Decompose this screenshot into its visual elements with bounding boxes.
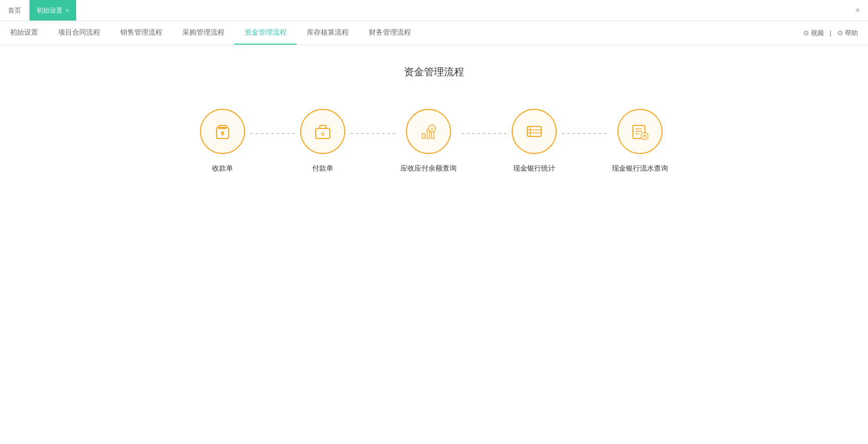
nav-label-initial-setup: 初始设置 (10, 28, 38, 37)
flow-icon-cash-bank-flow-circle (617, 109, 663, 154)
flow-item-payment[interactable]: ¥ 付款单 (300, 109, 345, 173)
svg-rect-8 (431, 131, 434, 138)
connector-2 (345, 133, 400, 149)
video-icon: ⊙ (803, 29, 809, 37)
connector-4 (557, 133, 612, 149)
nav-item-capital-management[interactable]: 资金管理流程 (235, 21, 297, 45)
nav-label-inventory-accounting: 库存核算流程 (307, 28, 349, 37)
cash-bank-flow-icon (629, 120, 651, 142)
flow-label-receipt: 收款单 (212, 164, 233, 173)
flow-item-balance-query[interactable]: ¥ 应收应付余额查询 (400, 109, 457, 173)
svg-text:¥: ¥ (430, 126, 433, 131)
page-title: 资金管理流程 (10, 65, 858, 79)
nav-item-finance-management[interactable]: 财务管理流程 (359, 21, 421, 45)
top-bar: 首页 初始设置 × × (0, 0, 868, 21)
nav-item-project-contract[interactable]: 项目合同流程 (48, 21, 110, 45)
divider: | (830, 29, 831, 37)
nav-label-project-contract: 项目合同流程 (58, 28, 100, 37)
dashed-line-1 (250, 133, 295, 134)
flow-label-cash-bank-flow: 现金银行流水查询 (612, 164, 668, 173)
cash-bank-stats-icon (523, 120, 545, 142)
help-icon: ⊙ (837, 29, 843, 37)
window-close-button[interactable]: × (847, 6, 868, 15)
flow-row: ¥ 收款单 ¥ 付款单 (10, 109, 858, 173)
flow-label-balance-query: 应收应付余额查询 (400, 164, 457, 173)
dashed-line-2 (350, 133, 395, 134)
help-label: 帮助 (845, 29, 858, 38)
connector-1 (245, 133, 300, 149)
flow-icon-payment-circle: ¥ (300, 109, 345, 154)
video-label: 视频 (811, 29, 824, 38)
flow-icon-cash-bank-stats-circle (512, 109, 557, 154)
nav-item-sales-management[interactable]: 销售管理流程 (110, 21, 172, 45)
help-button[interactable]: ⊙ 帮助 (837, 29, 858, 38)
home-tab[interactable]: 首页 (0, 0, 30, 21)
flow-item-cash-bank-flow[interactable]: 现金银行流水查询 (612, 109, 668, 173)
nav-label-procurement-management: 采购管理流程 (182, 28, 225, 37)
nav-item-inventory-accounting[interactable]: 库存核算流程 (297, 21, 359, 45)
dashed-line-4 (562, 133, 607, 134)
nav-label-finance-management: 财务管理流程 (369, 28, 411, 37)
balance-query-icon: ¥ (417, 120, 440, 142)
svg-rect-11 (527, 126, 541, 136)
connector-3 (457, 133, 512, 149)
flow-icon-balance-query-circle: ¥ (406, 109, 451, 154)
nav-item-procurement-management[interactable]: 采购管理流程 (172, 21, 235, 45)
main-content: 资金管理流程 ¥ 收款单 (0, 45, 868, 444)
active-tab[interactable]: 初始设置 × (30, 0, 76, 21)
nav-label-capital-management: 资金管理流程 (245, 28, 287, 37)
video-button[interactable]: ⊙ 视频 (803, 29, 824, 38)
nav-label-sales-management: 销售管理流程 (120, 28, 162, 37)
close-icon: × (855, 6, 860, 15)
nav-right: ⊙ 视频 | ⊙ 帮助 (803, 29, 858, 38)
flow-label-cash-bank-stats: 现金银行统计 (513, 164, 555, 173)
flow-item-cash-bank-stats[interactable]: 现金银行统计 (512, 109, 557, 173)
flow-icon-receipt-circle: ¥ (200, 109, 245, 154)
active-tab-close-icon[interactable]: × (66, 7, 69, 14)
svg-rect-6 (422, 133, 425, 138)
nav-item-initial-setup[interactable]: 初始设置 (10, 21, 48, 45)
active-tab-label: 初始设置 (37, 6, 63, 15)
dashed-line-3 (462, 133, 507, 134)
payment-icon: ¥ (312, 120, 334, 142)
flow-label-payment: 付款单 (312, 164, 333, 173)
receipt-icon: ¥ (211, 120, 234, 142)
svg-text:¥: ¥ (320, 130, 325, 138)
nav-bar: 初始设置 项目合同流程 销售管理流程 采购管理流程 资金管理流程 库存核算流程 … (0, 21, 868, 45)
flow-item-receipt[interactable]: ¥ 收款单 (200, 109, 245, 173)
